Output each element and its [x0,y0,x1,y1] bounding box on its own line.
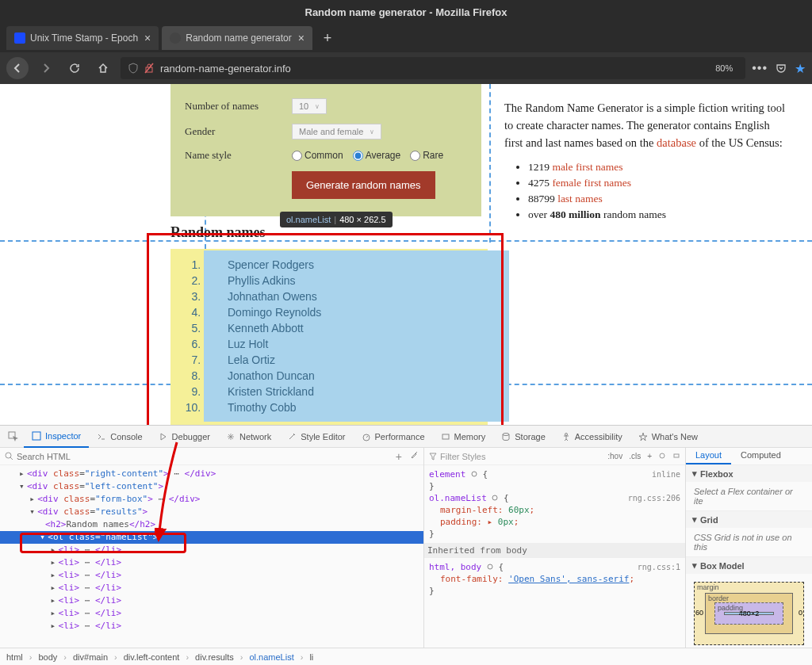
list-item: Luz Holt [204,336,509,352]
breadcrumb[interactable]: html› body› div#main› div.left-content› … [0,648,812,665]
search-html-input[interactable] [17,452,396,461]
svg-line-9 [10,457,13,460]
favicon-rng [170,32,181,44]
list-item: Spencer Rodgers [204,257,509,273]
tab-computed[interactable]: Computed [731,448,791,464]
devtools: Inspector Console Debugger Network Style… [0,425,812,665]
style-label: Name style [185,149,292,162]
svg-point-7 [565,433,567,435]
left-content: Number of names 10∨ Gender Male and fema… [170,84,488,425]
tab-style-editor[interactable]: Style Editor [279,426,353,448]
radio-common[interactable]: Common [292,150,343,161]
tab-performance[interactable]: Performance [354,426,433,448]
tab-label: Random name generator [186,32,291,44]
grid-heading[interactable]: ▾Grid [686,511,812,528]
box-model-diagram: margin border padding 480×2 60 0 [694,582,804,645]
stat-item: 4275 female first names [528,177,790,189]
filter-styles-input[interactable]: Filter Styles [440,452,485,461]
add-node-icon[interactable]: + [396,450,402,463]
filter-icon [429,453,437,461]
grid-msg: CSS Grid is not in use on this [686,528,812,556]
tab-whats-new[interactable]: What's New [630,426,706,448]
shield-icon [128,63,138,74]
stat-item: 88799 last names [528,193,790,205]
window-titlebar: Random name generator - Mozilla Firefox [0,0,812,24]
home-button[interactable] [92,57,114,79]
eyedropper-icon[interactable] [410,450,419,463]
generate-button[interactable]: Generate random names [292,171,435,199]
list-item: Kenneth Abbott [204,320,509,336]
num-names-label: Number of names [185,100,292,113]
dom-tree[interactable]: ▸<div class="right-content"> ⋯ </div> ▾<… [0,465,423,648]
zoom-level[interactable]: 80% [710,63,737,73]
list-item: Lela Ortiz [204,352,509,368]
flexbox-msg: Select a Flex container or ite [686,482,812,510]
styles-panel: Filter Styles :hov .cls + element {inlin… [424,448,686,648]
stat-item: 1219 male first names [528,161,790,174]
svg-rect-5 [442,434,449,439]
tab-inspector[interactable]: Inspector [24,426,89,448]
boxmodel-heading[interactable]: ▾Box Model [686,557,812,574]
tab-label: Unix Time Stamp - Epoch [30,32,138,44]
tab-debugger[interactable]: Debugger [151,426,218,448]
num-names-select[interactable]: 10∨ [292,98,327,114]
window-title: Random name generator - Mozilla Firefox [305,6,508,18]
forward-button[interactable] [35,57,57,79]
new-rule-button[interactable]: + [647,452,652,461]
inspector-tooltip: ol.nameList|480 × 262.5 [280,212,393,227]
element-picker-icon[interactable] [3,426,24,448]
new-tab-button[interactable]: + [316,30,340,47]
gender-select[interactable]: Male and female∨ [292,124,381,139]
css-rules[interactable]: element {inline } ol.nameList {rng.css:2… [424,465,685,648]
flexbox-heading[interactable]: ▾Flexbox [686,465,812,482]
list-item: Phyllis Adkins [204,273,509,289]
gender-label: Gender [185,125,292,138]
html-panel: + ▸<div class="right-content"> ⋯ </div> … [0,448,424,648]
reload-button[interactable] [63,57,86,79]
search-icon [5,452,13,461]
form-box: Number of names 10∨ Gender Male and fema… [170,84,481,216]
tab-accessibility[interactable]: Accessibility [553,426,630,448]
results: Random names Spencer Rodgers Phyllis Adk… [170,224,488,425]
radio-average[interactable]: Average [353,150,400,161]
url-text: random-name-generator.info [160,63,291,75]
list-item: Jonathon Duncan [204,368,509,384]
svg-point-12 [472,472,477,476]
close-icon[interactable]: × [144,32,151,44]
layout-panel: Layout Computed ▾Flexbox Select a Flex c… [686,448,812,648]
tab-unix[interactable]: Unix Time Stamp - Epoch × [6,26,159,50]
female-first-link[interactable]: female first names [552,177,631,189]
radio-rare[interactable]: Rare [410,150,443,161]
svg-rect-11 [674,454,679,457]
url-bar[interactable]: random-name-generator.info 80% [121,57,745,79]
lock-slash-icon [144,63,154,74]
tab-rng[interactable]: Random name generator × [162,26,312,50]
tab-layout[interactable]: Layout [686,448,731,464]
database-link[interactable]: database [657,136,696,149]
nav-bar: random-name-generator.info 80% ••• ★ [0,52,812,84]
last-names-link[interactable]: last names [557,193,603,204]
list-item: Johnathan Owens [204,289,509,304]
devtools-tabs: Inspector Console Debugger Network Style… [0,426,812,448]
svg-point-13 [492,495,497,500]
list-item: Domingo Reynolds [204,304,509,320]
description-para: The Random Name Generator is a simple fi… [504,100,790,151]
tab-storage[interactable]: Storage [493,426,553,448]
tab-network[interactable]: Network [218,426,279,448]
print-icon[interactable] [672,452,680,461]
male-first-link[interactable]: male first names [552,161,622,173]
menu-dots-icon[interactable]: ••• [752,61,768,75]
bookmark-star-icon[interactable]: ★ [795,61,806,76]
svg-point-14 [488,564,492,569]
svg-point-6 [503,433,509,435]
hov-toggle[interactable]: :hov [607,452,622,461]
pocket-icon[interactable] [776,63,787,74]
light-icon[interactable] [658,452,666,461]
cls-toggle[interactable]: .cls [629,452,641,461]
tab-console[interactable]: Console [89,426,150,448]
back-button[interactable] [6,57,29,79]
svg-point-8 [6,453,11,458]
favicon-unix [14,32,25,44]
close-icon[interactable]: × [298,32,304,44]
tab-memory[interactable]: Memory [433,426,494,448]
